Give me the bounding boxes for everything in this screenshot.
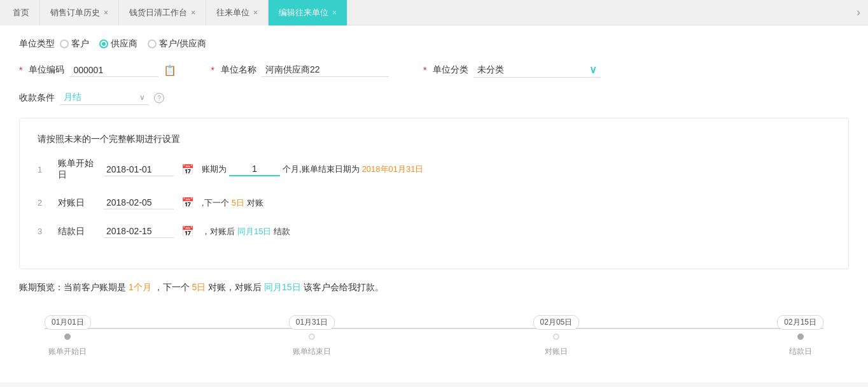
- payment-terms-value: 月结: [64, 92, 134, 103]
- unit-name-star: *: [211, 65, 214, 75]
- radio-supplier-label: 供应商: [111, 38, 137, 50]
- payment-terms-field: 收款条件 月结 ∨ ?: [19, 90, 164, 105]
- tab-cash-work-close[interactable]: ×: [191, 8, 195, 17]
- period-row-2-num: 2: [38, 198, 50, 208]
- payment-terms-help-icon[interactable]: ?: [154, 93, 164, 103]
- tab-partner-unit-close[interactable]: ×: [253, 8, 258, 17]
- unit-type-field: 单位类型 客户 供应商 客户/供应商: [19, 38, 206, 50]
- section-title: 请按照未来的一个完整帐期进行设置: [38, 134, 830, 145]
- preview-teal-day: 同月15日: [264, 282, 301, 292]
- payment-terms-arrow: ∨: [139, 93, 145, 102]
- unit-classify-select[interactable]: 未分类 ∨: [473, 62, 601, 78]
- timeline-badge-4: 02月15日: [777, 315, 823, 330]
- unit-classify-label: 单位分类: [433, 64, 468, 76]
- payment-terms-label: 收款条件: [19, 92, 55, 104]
- radio-both-circle: [148, 39, 157, 48]
- preview-part4: 对账，对账后: [208, 282, 262, 292]
- timeline-dot-4: [797, 334, 804, 340]
- radio-supplier-circle: [99, 39, 108, 48]
- tab-home[interactable]: 首页: [0, 0, 40, 25]
- preview-text: 账期预览：当前客户账期是 1个月 ，下一个 5日 对账，对账后 同月15日 该客…: [19, 282, 849, 293]
- tab-sales-history-close[interactable]: ×: [104, 8, 108, 17]
- unit-classify-star: *: [423, 65, 426, 75]
- payment-terms-select[interactable]: 月结 ∨: [60, 90, 149, 105]
- timeline-item-3: 02月05日 对账日: [533, 315, 580, 357]
- period-row-3-prefix: ，对账后: [202, 226, 235, 237]
- unit-classify-arrow: ∨: [589, 64, 597, 76]
- unit-classify-value: 未分类: [477, 64, 584, 76]
- tab-sales-history-label: 销售订单历史: [50, 7, 100, 18]
- form-row-unit-info: * 单位编码 📋 * 单位名称 * 单位分类 未分类 ∨: [19, 62, 849, 78]
- unit-classify-field: * 单位分类 未分类 ∨: [423, 62, 601, 78]
- period-row-1: 1 账单开始日 📅 账期为 个月,账单结束日期为 2018年01月31日: [38, 158, 830, 181]
- payment-date-input[interactable]: [104, 225, 174, 238]
- reconcile-date-calendar-icon[interactable]: 📅: [181, 197, 194, 209]
- period-row-2-label: 对账日: [58, 197, 96, 209]
- timeline-dot-3: [553, 334, 559, 340]
- timeline-label-3: 对账日: [545, 346, 568, 357]
- tab-cash-work-label: 钱货日清工作台: [129, 7, 187, 18]
- radio-customer-circle: [60, 39, 69, 48]
- timeline-dot-1: [64, 334, 71, 340]
- main-content: 单位类型 客户 供应商 客户/供应商 * 单位编码: [0, 25, 868, 383]
- start-date-calendar-icon[interactable]: 📅: [181, 164, 194, 176]
- timeline-item-2: 01月31日 账单结束日: [289, 315, 335, 357]
- period-row-2-prefix: ,下一个: [202, 197, 229, 209]
- timeline-badge-3: 02月05日: [533, 315, 580, 330]
- period-desc-suffix: 个月,账单结束日期为: [283, 164, 360, 175]
- tab-cash-work[interactable]: 钱货日清工作台 ×: [119, 0, 206, 25]
- timeline-label-2: 账单结束日: [293, 346, 331, 357]
- unit-type-label: 单位类型: [19, 38, 55, 50]
- radio-both-label: 客户/供应商: [159, 38, 206, 50]
- tab-sales-history[interactable]: 销售订单历史 ×: [40, 0, 119, 25]
- tab-partner-unit[interactable]: 往来单位 ×: [206, 0, 269, 25]
- reconcile-day-highlight: 5日: [232, 197, 244, 209]
- period-row-3-num: 3: [38, 227, 50, 236]
- timeline-item-1: 01月01日 账单开始日: [45, 315, 91, 357]
- period-row-3-suffix: 结款: [274, 226, 290, 237]
- period-row-2: 2 对账日 📅 ,下一个 5日 对账: [38, 196, 830, 209]
- timeline-dot-2: [309, 334, 315, 340]
- timeline: 01月01日 账单开始日 01月31日 账单结束日 02月05日 对账日: [19, 309, 849, 370]
- period-desc-prefix: 账期为: [202, 164, 227, 175]
- period-row-1-num: 1: [38, 165, 50, 174]
- period-row-3: 3 结款日 📅 ，对账后 同月15日 结款: [38, 225, 830, 238]
- reconcile-date-input[interactable]: [104, 196, 174, 209]
- preview-part2: ，下一个: [154, 282, 190, 292]
- tab-edit-unit[interactable]: 编辑往来单位 ×: [269, 0, 347, 25]
- unit-code-star: *: [19, 65, 22, 75]
- months-input[interactable]: [229, 162, 280, 176]
- unit-code-label: 单位编码: [29, 64, 64, 76]
- unit-name-input[interactable]: [262, 64, 389, 77]
- form-row-unit-type: 单位类型 客户 供应商 客户/供应商: [19, 38, 849, 50]
- payment-date-calendar-icon[interactable]: 📅: [181, 225, 194, 237]
- unit-code-copy-icon[interactable]: 📋: [164, 64, 176, 76]
- unit-code-input[interactable]: [69, 64, 158, 77]
- tab-partner-unit-label: 往来单位: [216, 7, 249, 18]
- start-date-input[interactable]: [104, 163, 174, 176]
- timeline-badge-1: 01月01日: [45, 315, 91, 330]
- unit-name-label: 单位名称: [221, 64, 256, 76]
- tab-more-button[interactable]: ›: [849, 0, 868, 25]
- tab-edit-unit-close[interactable]: ×: [332, 8, 337, 17]
- period-row-3-desc: ，对账后 同月15日 结款: [202, 226, 290, 237]
- period-row-1-label: 账单开始日: [58, 158, 96, 181]
- form-row-payment: 收款条件 月结 ∨ ?: [19, 90, 849, 105]
- period-row-2-suffix: 对账: [247, 197, 263, 209]
- end-date-highlight: 2018年01月31日: [362, 164, 424, 175]
- period-row-3-label: 结款日: [58, 226, 96, 237]
- period-row-2-desc: ,下一个 5日 对账: [202, 197, 263, 209]
- preview-months: 1个月: [129, 282, 151, 292]
- tab-home-label: 首页: [13, 7, 29, 18]
- tab-bar: 首页 销售订单历史 × 钱货日清工作台 × 往来单位 × 编辑往来单位 × ›: [0, 0, 868, 25]
- preview-day: 5日: [192, 282, 206, 292]
- unit-code-field: * 单位编码 📋: [19, 64, 176, 77]
- radio-customer[interactable]: 客户: [60, 38, 89, 50]
- preview-part6: 该客户会给我打款。: [304, 282, 384, 292]
- timeline-badge-2: 01月31日: [289, 315, 335, 330]
- payment-day-highlight: 同月15日: [237, 226, 271, 237]
- radio-both[interactable]: 客户/供应商: [148, 38, 206, 50]
- unit-type-radio-group: 客户 供应商 客户/供应商: [60, 38, 206, 50]
- radio-supplier[interactable]: 供应商: [99, 38, 137, 50]
- tab-edit-unit-label: 编辑往来单位: [279, 7, 328, 18]
